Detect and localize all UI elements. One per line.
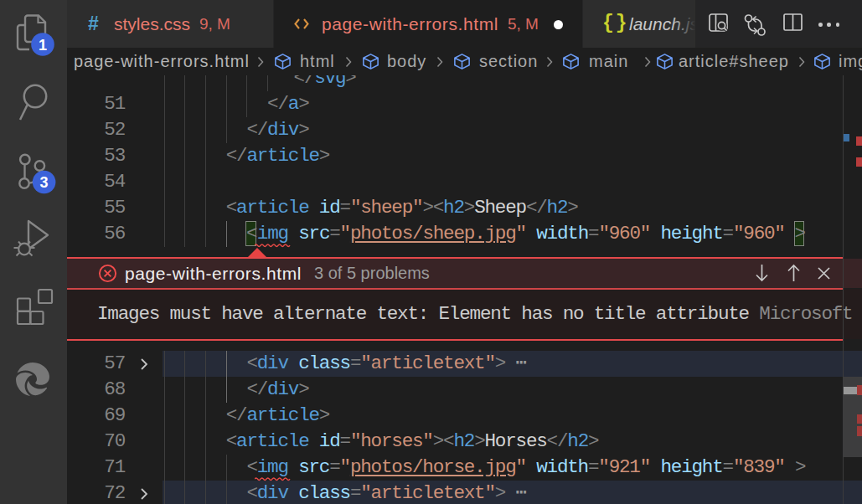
svg-text:3: 3 <box>40 174 49 191</box>
svg-text:1: 1 <box>39 37 47 54</box>
